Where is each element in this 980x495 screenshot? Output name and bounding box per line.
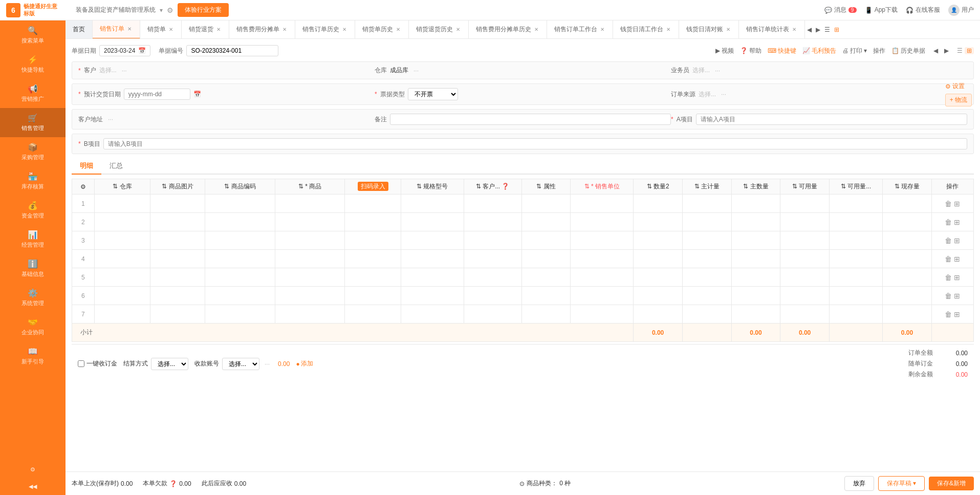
sidebar-item-search[interactable]: 🔍 搜索菜单 [0,20,66,50]
delete-row-5[interactable]: 🗑 [945,273,952,282]
copy-row-6[interactable]: ⊞ [954,292,960,300]
add-material-btn[interactable]: + 物流 [945,94,972,106]
th-settings[interactable]: ⚙ [72,179,95,195]
sidebar-item-finance[interactable]: 💰 资金管理 [0,196,66,225]
delivery-date-input[interactable] [124,89,190,100]
tab-home[interactable]: 首页 [66,20,93,39]
b-project-input[interactable] [103,138,967,149]
tab-expand[interactable]: ⊞ [832,26,841,33]
settings-icon[interactable]: ⚙ [167,6,173,14]
app-download-button[interactable]: 📱 App下载 [865,6,898,14]
tab-order-workbench[interactable]: 销售订单工作台 ✕ [547,20,613,39]
tab-close-return-history[interactable]: ✕ [455,27,461,32]
sidebar-item-marketing[interactable]: 📢 营销推广 [0,79,66,108]
sidebar-item-purchase[interactable]: 📦 采购管理 [0,137,66,166]
number-input[interactable] [186,45,278,56]
warehouse-ellipsis[interactable]: ··· [411,67,421,74]
tab-menu[interactable]: ☰ [822,26,832,33]
settings-floating-btn[interactable]: ⚙ 设置 [945,82,972,91]
operations-btn[interactable]: 操作 [873,47,885,55]
print-btn[interactable]: 🖨 打印 ▾ [842,47,867,55]
delete-row-7[interactable]: 🗑 [945,310,952,318]
sidebar-item-system[interactable]: ⚙️ 系统管理 [0,283,66,312]
print-dropdown-icon[interactable]: ▾ [864,47,867,54]
tab-prev[interactable]: ◀ [805,26,814,33]
tab-close-order-report[interactable]: ✕ [791,27,797,32]
list-view-btn[interactable]: ☰ [957,47,963,54]
tab-return-history[interactable]: 销货退货历史 ✕ [409,20,469,39]
delete-row-1[interactable]: 🗑 [945,200,952,208]
sidebar-item-cooperation[interactable]: 🤝 企业协同 [0,312,66,341]
tab-daily-workbench[interactable]: 钱货日清工作台 ✕ [613,20,679,39]
account-ellipsis[interactable]: ··· [263,360,272,368]
online-service-button[interactable]: 🎧 在线客服 [906,6,940,14]
copy-row-2[interactable]: ⊞ [954,218,960,226]
sidebar-item-inventory[interactable]: 🏪 库存核算 [0,166,66,196]
one-click-checkbox[interactable] [78,360,84,367]
salesperson-select[interactable]: 选择... [692,66,710,75]
sidebar-item-guide[interactable]: 📖 新手引导 [0,341,66,371]
order-source-ellipsis[interactable]: ··· [719,91,728,98]
tab-next[interactable]: ▶ [814,26,822,33]
delete-row-3[interactable]: 🗑 [945,236,952,245]
tab-fee-split[interactable]: 销售费用分摊单 ✕ [229,20,295,39]
tab-close-fee-history[interactable]: ✕ [533,27,539,32]
sidebar-item-management[interactable]: 📊 经营管理 [0,225,66,254]
delete-row-6[interactable]: 🗑 [945,292,952,300]
tab-goods-history[interactable]: 销货单历史 ✕ [355,20,409,39]
dropdown-icon[interactable]: ▾ [160,7,163,14]
page-next-btn[interactable]: ▶ [942,46,951,55]
tab-order-history[interactable]: 销售订单历史 ✕ [295,20,355,39]
customer-select[interactable]: 选择... [99,66,117,75]
tab-fee-history[interactable]: 销售费用分摊单历史 ✕ [469,20,547,39]
user-button[interactable]: 👤 用户 [948,5,974,16]
save-draft-button[interactable]: 保存草稿 ▾ [878,476,925,491]
grid-view-btn[interactable]: ⊞ [965,47,974,54]
preview-btn[interactable]: ▶ 视频 [715,47,734,55]
save-draft-dropdown[interactable]: ▾ [913,480,916,487]
payment-method-select[interactable]: 选择... [151,358,188,370]
invoice-type-select[interactable]: 不开票 增值税专票 增值税普票 [408,88,458,100]
copy-row-1[interactable]: ⊞ [954,200,960,208]
sidebar-item-shortcuts[interactable]: ⚡ 快捷导航 [0,50,66,79]
order-source-select[interactable]: 选择... [699,90,716,99]
tab-return[interactable]: 销货退货 ✕ [182,20,229,39]
one-click-checkbox-label[interactable]: 一键收订金 [78,359,117,368]
copy-row-3[interactable]: ⊞ [954,236,960,245]
tab-close-sales-goods[interactable]: ✕ [168,27,174,32]
tab-summary[interactable]: 汇总 [101,158,131,174]
history-btn[interactable]: 📋 历史单据 [891,47,925,55]
salesperson-ellipsis[interactable]: ··· [713,67,722,74]
tab-close-daily-reconcile[interactable]: ✕ [725,27,731,32]
shortcuts-btn[interactable]: ⌨ 快捷键 [768,47,796,55]
help-btn[interactable]: ❓ 帮助 [740,47,761,55]
tab-close-return[interactable]: ✕ [215,27,222,32]
tab-close-goods-history[interactable]: ✕ [395,27,401,32]
delete-row-4[interactable]: 🗑 [945,255,952,263]
save-new-button[interactable]: 保存&新增 [929,477,974,490]
notification-button[interactable]: 💬 消息 9 [824,6,857,14]
solution-button[interactable]: 体验行业方案 [178,3,229,17]
tab-close-fee-split[interactable]: ✕ [281,27,288,32]
copy-row-5[interactable]: ⊞ [954,273,960,282]
date-input[interactable]: 2023-03-24 📅 [99,45,150,56]
profit-btn[interactable]: 📈 毛利预告 [802,47,836,55]
tab-close-daily-workbench[interactable]: ✕ [665,27,671,32]
account-select[interactable]: 选择... [222,358,259,370]
th-help-icon[interactable]: ❓ [502,183,509,190]
table-settings-icon[interactable]: ⚙ [80,183,86,190]
customer-ellipsis[interactable]: ··· [120,67,129,74]
tab-close-order-workbench[interactable]: ✕ [599,27,605,32]
sidebar-item-sales[interactable]: 🛒 销售管理 [0,108,66,137]
sidebar-collapse[interactable]: ◀◀ [0,478,66,495]
calendar-icon[interactable]: 📅 [138,47,146,54]
tab-sales-order[interactable]: 销售订单 ✕ [93,20,140,39]
page-prev-btn[interactable]: ◀ [931,46,940,55]
add-btn[interactable]: ● 添加 [296,359,313,368]
tab-daily-reconcile[interactable]: 钱货日清对账 ✕ [679,20,739,39]
delete-row-2[interactable]: 🗑 [945,218,952,226]
a-project-input[interactable] [696,114,967,125]
copy-row-4[interactable]: ⊞ [954,255,960,263]
help-debt-icon[interactable]: ❓ [169,480,177,487]
tab-order-report[interactable]: 销售订单统计表 ✕ [739,20,805,39]
